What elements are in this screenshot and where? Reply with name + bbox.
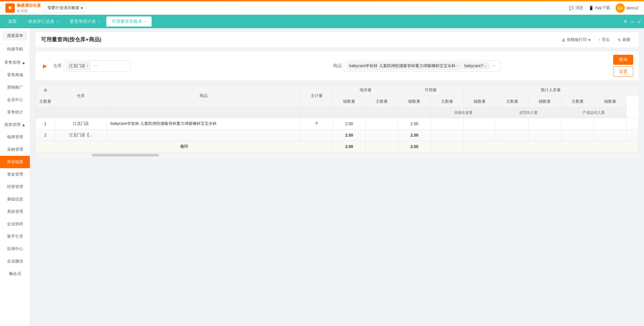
sidebar-item-marketing[interactable]: 营销推广: [0, 81, 30, 94]
sidebar-search-area: 搜索菜单: [0, 28, 30, 44]
sidebar-section: 零售管理 ▲ 零售商城 营销推广 会员中心 零售统计 批发管理 ▲ 电商管理: [0, 55, 30, 281]
warehouse-dots[interactable]: ···: [92, 63, 99, 69]
message-btn[interactable]: 💬 消息: [569, 5, 583, 11]
product-input[interactable]: babycare学饮杯 儿童防摔防撞吸管杯重力球吸嘴杯宝宝水杯 × babyca…: [344, 60, 500, 72]
th-production-pending-sub: 产成品待入量: [561, 107, 627, 118]
th-sub-available: [366, 107, 431, 118]
product-label: 商品: [333, 63, 342, 69]
sidebar-item-app-center[interactable]: 应用中心: [0, 243, 30, 255]
user-avatar-area[interactable]: Ea demo2: [615, 3, 639, 13]
th-purchase-transit-label: [36, 107, 301, 118]
row2-product: [107, 130, 300, 141]
tab-receive-summary[interactable]: 收发存汇总表 ×: [23, 16, 64, 27]
warehouse-tag-remove[interactable]: ×: [86, 64, 88, 68]
sidebar-item-retail-mgmt[interactable]: 零售管理 ▲: [0, 56, 30, 69]
row2-warehouse: 江北门店【...: [55, 130, 107, 141]
query-btn[interactable]: 查询: [613, 55, 633, 65]
th-available-main-qty: 主数量: [366, 96, 398, 107]
th-purchase-transit-aux: 辅数量: [463, 96, 496, 107]
sidebar-item-finance[interactable]: 资金管理: [0, 168, 30, 181]
sidebar-item-basics[interactable]: 基础信息: [0, 193, 30, 205]
tab-order-stats[interactable]: 要货单统计表 ×: [64, 16, 105, 27]
sidebar-item-member2[interactable]: 畅会员: [0, 268, 30, 280]
sidebar-item-enterprise[interactable]: 企业协同: [0, 218, 30, 230]
tab-available-inventory[interactable]: 可用量库存账本 ×: [106, 16, 152, 27]
th-production-pending-main: 主数量: [561, 96, 594, 107]
product-filter-group: 商品 babycare学饮杯 儿童防摔防撞吸管杯重力球吸嘴杯宝宝水杯 × bab…: [333, 60, 609, 72]
total-label: 合计: [36, 141, 333, 152]
close-all-btn[interactable]: ×: [624, 18, 627, 25]
sidebar-item-retail-stats[interactable]: 零售统计: [0, 106, 30, 119]
tab-home[interactable]: 首页: [3, 16, 22, 27]
th-current-stock-group: 现存量: [333, 85, 398, 96]
main-layout: 搜索菜单 快捷导航 零售管理 ▲ 零售商城 营销推广 会员中心 零售统计 批发管…: [0, 28, 644, 326]
row1-pt-main: [463, 118, 496, 130]
product-dots[interactable]: ···: [490, 63, 497, 69]
row2-current-main: 2.00: [333, 130, 365, 141]
row1-product: babycare学饮杯 儿童防摔防撞吸管杯重力球吸嘴杯宝宝水杯: [107, 118, 300, 130]
sidebar-item-ecommerce[interactable]: 电商管理: [0, 131, 30, 143]
print-dropdown-icon: ▾: [588, 38, 590, 42]
sidebar-item-retail-mall[interactable]: 零售商城: [0, 69, 30, 81]
brand-name: 畅捷通好生意: [17, 3, 41, 8]
total-current-aux: [366, 141, 398, 152]
row1-pt-aux: [496, 118, 529, 130]
table-row: 1 江北门店 babycare学饮杯 儿童防摔防撞吸管杯重力球吸嘴杯宝宝水杯 个…: [36, 118, 639, 130]
message-icon: 💬: [569, 6, 574, 10]
page-content: 可用量查询(按仓库+商品) 🖨 按模板打印 ▾ ↑ 导出 ↻ 刷新: [30, 28, 644, 162]
row2-pp-main: [594, 130, 626, 141]
product-tag1-remove[interactable]: ×: [457, 64, 459, 68]
row1-ip-aux: [561, 118, 594, 130]
warehouse-tag: 江北门店 ×: [67, 62, 91, 70]
th-inbound-pending-aux: 辅数量: [529, 96, 561, 107]
sidebar: 搜索菜单 快捷导航 零售管理 ▲ 零售商城 营销推广 会员中心 零售统计 批发管…: [0, 28, 30, 326]
th-planned-inbound-group: 预计入库量: [463, 85, 638, 96]
th-purchase-transit-sub: 采购在途量: [431, 107, 496, 118]
settings-btn[interactable]: 设置: [613, 66, 633, 77]
minimize-btn[interactable]: —: [630, 19, 635, 24]
quick-nav-btn[interactable]: 快捷导航: [0, 44, 30, 55]
sidebar-item-wechat[interactable]: 企业微信: [0, 255, 30, 268]
sidebar-item-inventory[interactable]: 库存核算: [0, 156, 30, 168]
account-selector[interactable]: 母婴行业演示账套 ▾: [44, 3, 87, 12]
tab-close-order[interactable]: ×: [98, 19, 100, 24]
refresh-btn[interactable]: ↻ 刷新: [615, 36, 633, 44]
row2-unit: [300, 130, 333, 141]
tab-close-inventory[interactable]: ×: [144, 19, 146, 24]
row1-ip-main: [529, 118, 561, 130]
row1-avail-aux: [431, 118, 463, 130]
product-tag-2: babycare?···: [462, 62, 489, 69]
scroll-thumb[interactable]: [92, 154, 159, 156]
sidebar-item-newbie[interactable]: 新手引导: [0, 230, 30, 243]
sidebar-item-member[interactable]: 会员中心: [0, 94, 30, 106]
th-sub-current: [300, 107, 366, 118]
app-download-btn[interactable]: 📱 App下载: [589, 5, 610, 11]
sidebar-item-wholesale-mgmt[interactable]: 批发管理 ▲: [0, 119, 30, 131]
total-rest: [463, 141, 638, 152]
print-btn[interactable]: 🖨 按模板打印 ▾: [559, 36, 593, 44]
warehouse-input[interactable]: 江北门店 × ···: [64, 60, 131, 72]
tab-close-receive[interactable]: ×: [56, 19, 58, 24]
sidebar-item-system[interactable]: 系统管理: [0, 205, 30, 218]
th-main-unit: 主计量: [300, 85, 333, 107]
logo-icon: 畅: [5, 3, 15, 13]
th-warehouse: 仓库: [55, 85, 107, 107]
refresh-icon: ↻: [618, 38, 621, 42]
row2-ip-main: [529, 130, 561, 141]
maximize-btn[interactable]: ⤢: [637, 19, 641, 24]
top-bar: 畅 畅捷通好生意 标准版 母婴行业演示账套 ▾ 💬 消息 📱 App下载 Ea …: [0, 1, 644, 15]
brand-sub: 标准版: [17, 8, 41, 13]
th-settings[interactable]: ⚙: [36, 85, 55, 96]
th-purchase-transit-main: 主数量: [431, 96, 463, 107]
row1-avail-main: 2.00: [398, 118, 431, 130]
sidebar-item-purchase[interactable]: 采购管理: [0, 143, 30, 156]
header-actions: 🖨 按模板打印 ▾ ↑ 导出 ↻ 刷新: [559, 36, 633, 44]
data-table: ⚙ 仓库 商品 主计量 现存量 可用量 预计入库量 主数量 辅数量 主数量: [36, 84, 639, 152]
row1-current-main: 2.00: [333, 118, 365, 130]
filter-toggle-btn[interactable]: ▶: [41, 62, 49, 70]
search-menu-btn[interactable]: 搜索菜单: [3, 31, 27, 41]
sidebar-item-operations[interactable]: 经营管理: [0, 181, 30, 193]
export-btn[interactable]: ↑ 导出: [596, 36, 612, 44]
total-row: 合计 2.00 2.00: [36, 141, 639, 152]
username: demo2: [626, 6, 639, 10]
